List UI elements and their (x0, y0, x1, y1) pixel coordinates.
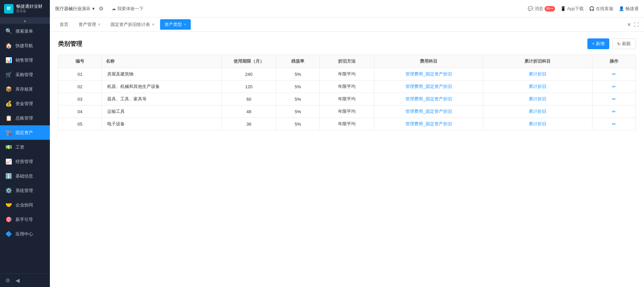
experience-button[interactable]: ☁ 我要体验一下 (112, 6, 144, 12)
sidebar-header: 财 畅捷通好业财 普及版 (0, 0, 50, 18)
tab-close-all-icon[interactable]: ✕ (627, 22, 631, 27)
sidebar-scroll-up[interactable]: ▲ (0, 18, 50, 24)
cell-expense: 管理费用_固定资产折旧 (374, 105, 483, 118)
avatar-icon: 👤 (619, 6, 624, 11)
col-header-code: 编号 (58, 55, 102, 68)
tab-expand-icon[interactable]: ⛶ (634, 22, 639, 27)
sidebar-item-app-center[interactable]: 🔷 应用中心 (0, 227, 50, 241)
sidebar-item-fixed-assets[interactable]: 🏗️ 固定资产 (0, 125, 50, 140)
page-actions: + 新增 ↻ 刷新 (587, 38, 636, 49)
sidebar-item-guide[interactable]: 🎯 新手引导 (0, 212, 50, 227)
sidebar-item-label: 经营管理 (16, 159, 33, 165)
edit-icon[interactable]: ✏ (612, 121, 616, 127)
sidebar-item-label: 搜索菜单 (16, 28, 33, 34)
tab-depreciation-label: 固定资产折旧统计表 (111, 22, 150, 28)
edit-icon[interactable]: ✏ (612, 96, 616, 102)
basic-info-icon: ℹ️ (5, 173, 12, 179)
sidebar-item-label: 资金管理 (16, 101, 33, 107)
search-icon: 🔍 (5, 28, 12, 34)
sidebar-item-quick-nav[interactable]: 🏠 快捷导航 (0, 38, 50, 53)
tab-asset-type-close[interactable]: × (184, 22, 186, 27)
app-download-button[interactable]: 📱 App下载 (560, 6, 584, 12)
sidebar-item-label: 企业协同 (16, 202, 33, 208)
sidebar-item-basic-info[interactable]: ℹ️ 基础信息 (0, 169, 50, 183)
table-row: 01 房屋及建筑物 240 5% 年限平均 管理费用_固定资产折旧 累计折旧 ✏ (58, 68, 636, 81)
purchase-icon: 🛒 (5, 71, 12, 78)
sidebar-item-sales[interactable]: 📊 销售管理 (0, 53, 50, 67)
cell-residual: 5% (276, 81, 319, 93)
cell-action: ✏ (592, 81, 636, 93)
tab-home[interactable]: 首页 (55, 19, 73, 30)
sidebar-item-label: 应用中心 (16, 231, 33, 237)
sidebar-footer: ⚙ ◀ (0, 274, 50, 287)
cell-period: 240 (222, 68, 276, 81)
edit-icon[interactable]: ✏ (612, 109, 616, 114)
tabs-bar: 首页 资产管理 × 固定资产折旧统计表 × 资产类型 × ✕ ⛶ (50, 18, 644, 32)
cell-code: 01 (58, 68, 102, 81)
sidebar-item-ledger[interactable]: 📋 总账管理 (0, 111, 50, 125)
cell-expense: 管理费用_固定资产折旧 (374, 68, 483, 81)
message-button[interactable]: 💬 消息 99+ (528, 6, 555, 12)
col-header-expense: 费用科目 (374, 55, 483, 68)
cell-name: 房屋及建筑物 (102, 68, 222, 81)
tab-depreciation-close[interactable]: × (152, 22, 154, 27)
header-left: 医疗器械行业演示 ▾ ⚙ ☁ 我要体验一下 (55, 5, 144, 12)
cell-residual: 5% (276, 105, 319, 118)
sidebar-item-search[interactable]: 🔍 搜索菜单 (0, 24, 50, 38)
category-table: 编号 名称 使用期限（月） 残值率 折旧方法 费用科目 累计折旧科目 操作 01… (58, 55, 636, 130)
footer-collapse-icon[interactable]: ◀ (16, 277, 20, 284)
sidebar-item-enterprise[interactable]: 🤝 企业协同 (0, 198, 50, 212)
sidebar-item-salary[interactable]: 💵 工资 (0, 140, 50, 154)
operations-icon: 📈 (5, 158, 12, 165)
edit-icon[interactable]: ✏ (612, 84, 616, 89)
tab-home-label: 首页 (60, 22, 68, 28)
app-center-icon: 🔷 (5, 231, 12, 237)
new-button[interactable]: + 新增 (587, 38, 609, 49)
sidebar-item-purchase[interactable]: 🛒 采购管理 (0, 67, 50, 82)
cell-period: 60 (222, 93, 276, 105)
header-settings-icon[interactable]: ⚙ (99, 5, 103, 12)
cell-period: 36 (222, 118, 276, 130)
main-content: 医疗器械行业演示 ▾ ⚙ ☁ 我要体验一下 💬 消息 99+ 📱 App下载 🎧… (50, 0, 644, 287)
cell-residual: 5% (276, 93, 319, 105)
footer-settings-icon[interactable]: ⚙ (5, 277, 10, 284)
tab-depreciation[interactable]: 固定资产折旧统计表 × (106, 19, 159, 30)
tabs-controls: ✕ ⛶ (627, 22, 639, 27)
cell-residual: 5% (276, 118, 319, 130)
col-header-method: 折旧方法 (320, 55, 374, 68)
col-header-name: 名称 (102, 55, 222, 68)
cell-method: 年限平均 (320, 118, 374, 130)
sidebar-item-operations[interactable]: 📈 经营管理 (0, 154, 50, 169)
sidebar-item-funds[interactable]: 💰 资金管理 (0, 96, 50, 111)
table-row: 05 电子设备 36 5% 年限平均 管理费用_固定资产折旧 累计折旧 ✏ (58, 118, 636, 130)
company-selector[interactable]: 医疗器械行业演示 ▾ (55, 6, 95, 12)
cell-name: 电子设备 (102, 118, 222, 130)
sidebar-item-label: 销售管理 (16, 57, 33, 63)
sidebar-item-label: 系统管理 (16, 188, 33, 194)
cell-accum: 累计折旧 (483, 118, 592, 130)
tab-asset-mgmt-close[interactable]: × (98, 22, 100, 27)
cell-accum: 累计折旧 (483, 105, 592, 118)
edit-icon[interactable]: ✏ (612, 71, 616, 77)
tab-asset-type[interactable]: 资产类型 × (160, 19, 191, 30)
sidebar-nav: 🔍 搜索菜单 🏠 快捷导航 📊 销售管理 🛒 采购管理 📦 库存核算 💰 资金管… (0, 24, 50, 274)
tab-asset-mgmt[interactable]: 资产管理 × (74, 19, 105, 30)
sidebar-item-label: 总账管理 (16, 115, 33, 121)
cell-method: 年限平均 (320, 81, 374, 93)
chevron-down-icon: ▾ (92, 6, 95, 11)
sidebar-item-label: 采购管理 (16, 72, 33, 78)
sidebar-item-inventory[interactable]: 📦 库存核算 (0, 82, 50, 96)
user-avatar-button[interactable]: 👤 畅捷通 (619, 6, 639, 12)
sidebar-item-system[interactable]: ⚙️ 系统管理 (0, 183, 50, 198)
app-title: 畅捷通好业财 (16, 4, 42, 9)
refresh-button[interactable]: ↻ 刷新 (612, 38, 636, 49)
cell-residual: 5% (276, 68, 319, 81)
home-icon: 🏠 (5, 42, 12, 49)
cell-expense: 管理费用_固定资产折旧 (374, 118, 483, 130)
service-icon: 🎧 (589, 6, 594, 11)
col-header-residual: 残值率 (276, 55, 319, 68)
cell-action: ✏ (592, 118, 636, 130)
salary-icon: 💵 (5, 144, 12, 150)
customer-service-button[interactable]: 🎧 在线客服 (589, 6, 613, 12)
cell-action: ✏ (592, 93, 636, 105)
